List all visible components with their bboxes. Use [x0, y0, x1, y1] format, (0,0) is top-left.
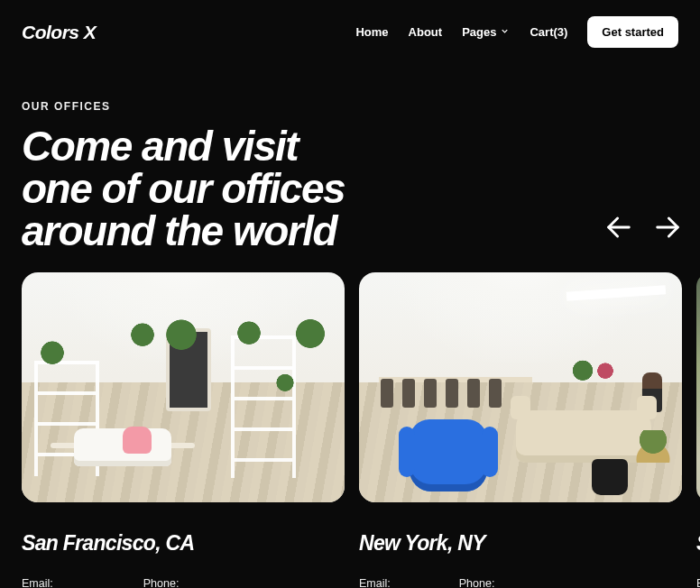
chevron-down-icon — [500, 25, 510, 39]
office-info-row: Er — [696, 577, 700, 588]
office-title: San Francisco, CA — [22, 531, 345, 556]
eyebrow: OUR OFFICES — [22, 100, 678, 113]
office-info-row: Email: Phone: — [22, 577, 345, 588]
nav-about[interactable]: About — [409, 25, 443, 39]
headline-line-3: around the world — [22, 207, 336, 254]
office-card-sf[interactable]: San Francisco, CA Email: Phone: — [22, 272, 345, 588]
nav-cart[interactable]: Cart(3) — [530, 25, 567, 39]
nav-home[interactable]: Home — [355, 25, 388, 39]
phone-label: Phone: — [143, 577, 180, 588]
hero-section: OUR OFFICES Come and visit one of our of… — [0, 64, 700, 253]
office-image-ny — [359, 272, 682, 502]
get-started-button[interactable]: Get started — [587, 16, 678, 48]
office-cards: San Francisco, CA Email: Phone: — [0, 253, 700, 588]
office-card-peek[interactable]: S Er — [696, 272, 700, 588]
office-image-sf — [22, 272, 345, 502]
arrow-left-icon — [603, 212, 634, 246]
office-info-row: Email: Phone: — [359, 577, 682, 588]
headline: Come and visit one of our offices around… — [22, 125, 455, 253]
nav-pages-label: Pages — [462, 25, 496, 39]
email-label: Email: — [359, 577, 391, 588]
office-email: Er — [696, 577, 700, 588]
headline-line-2: one of our offices — [22, 165, 345, 212]
office-card-ny[interactable]: New York, NY Email: Phone: — [359, 272, 682, 588]
office-email: Email: — [22, 577, 53, 588]
office-email: Email: — [359, 577, 391, 588]
nav-links: Home About Pages Cart(3) Get started — [355, 16, 678, 48]
office-image-peek — [696, 272, 700, 502]
logo[interactable]: Colors X — [22, 22, 96, 43]
top-nav: Colors X Home About Pages Cart(3) Get st… — [0, 0, 700, 64]
carousel-prev-button[interactable] — [601, 211, 637, 247]
email-label: Email: — [22, 577, 53, 588]
office-title: S — [696, 531, 700, 556]
headline-line-1: Come and visit — [22, 123, 298, 170]
office-title: New York, NY — [359, 531, 682, 556]
carousel-arrows — [601, 211, 686, 247]
email-label: Er — [696, 577, 700, 588]
office-phone: Phone: — [143, 577, 180, 588]
office-phone: Phone: — [459, 577, 495, 588]
phone-label: Phone: — [459, 577, 495, 588]
carousel-next-button[interactable] — [649, 211, 686, 247]
arrow-right-icon — [652, 212, 683, 246]
nav-pages[interactable]: Pages — [462, 25, 510, 39]
